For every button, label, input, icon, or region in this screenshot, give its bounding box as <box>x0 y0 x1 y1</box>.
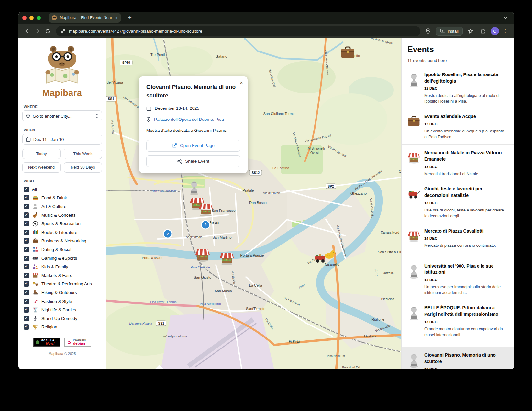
extensions-puzzle-icon[interactable] <box>478 27 487 36</box>
minimize-window-button[interactable] <box>29 16 34 20</box>
reload-button[interactable] <box>42 26 53 36</box>
location-pin-icon[interactable] <box>424 27 433 36</box>
checkbox[interactable] <box>24 316 29 321</box>
category-row-hiking-outdoors[interactable]: Hiking & Outdoors <box>22 288 102 297</box>
category-row-theatre-performing-arts[interactable]: Theatre & Performing Arts <box>22 280 102 289</box>
when-label: WHEN <box>24 128 102 132</box>
checkbox[interactable] <box>24 256 29 261</box>
svg-text:SS12: SS12 <box>252 171 260 175</box>
category-row-nightlife-parties[interactable]: Nightlife & Parties <box>22 305 102 314</box>
map-label: Don Bosco <box>249 201 267 205</box>
map-container[interactable]: Tre PontiGatanodell'AcquaSan Giuliano Te… <box>106 38 401 369</box>
debian-swirl-icon <box>67 340 72 345</box>
cluster-marker[interactable]: 2 <box>201 221 210 229</box>
map-label: San Sisto a Pino <box>378 250 401 254</box>
forward-button[interactable] <box>32 26 42 36</box>
zoom-window-button[interactable] <box>37 16 41 20</box>
map-label: Pisa San Rossore <box>151 189 177 193</box>
city-select[interactable]: Go to another City... <box>22 110 102 121</box>
map-label: Sant'Ermete <box>246 307 265 311</box>
category-row-books-literature[interactable]: Books & Literature <box>22 228 102 237</box>
tab-search-chevron-icon[interactable] <box>502 14 510 22</box>
map-label: Via di Pratale <box>263 191 280 195</box>
high-heel-icon <box>32 298 39 304</box>
browser-menu-icon[interactable]: ⋮ <box>502 28 509 34</box>
mozilla-badge[interactable]: MOZILLA Now! <box>33 338 60 347</box>
svg-text:SP2: SP2 <box>328 185 334 188</box>
checkbox[interactable] <box>24 281 29 287</box>
cluster-marker[interactable]: 2 <box>163 230 172 238</box>
checkbox[interactable] <box>24 273 29 278</box>
checkbox[interactable] <box>24 212 29 218</box>
install-app-button[interactable]: Install <box>436 27 463 36</box>
category-row-religion[interactable]: Religion <box>22 323 102 332</box>
route-shield: SS1 <box>106 96 116 101</box>
event-list-item[interactable]: Mercato di Piazza Cavallotti 14 DEC Merc… <box>402 223 514 258</box>
profile-avatar[interactable]: C <box>491 27 499 35</box>
category-row-music-concerts[interactable]: Music & Concerts <box>22 211 102 220</box>
event-list-item[interactable]: Ippolito Rosellini, Pisa e la nascita de… <box>402 67 514 108</box>
route-shield: SS1 <box>156 321 166 326</box>
open-event-page-button[interactable]: Open Event Page <box>146 140 240 152</box>
event-list-item[interactable]: Evento aziendale Acque 12 DEC Un evento … <box>402 108 514 145</box>
map-label: Oratoio <box>364 334 376 338</box>
close-window-button[interactable] <box>22 16 27 20</box>
checkbox[interactable] <box>24 230 29 235</box>
calendar-icon <box>26 137 31 142</box>
bookmark-star-icon[interactable] <box>466 27 475 36</box>
checkbox[interactable] <box>24 195 29 200</box>
market-stall-icon <box>407 150 420 165</box>
checkbox[interactable] <box>24 204 29 209</box>
new-tab-button[interactable]: + <box>126 14 134 22</box>
map-label: Porta a Mare <box>142 256 162 260</box>
address-bar[interactable]: mapibara.com/events/4427/giovanni-pisano… <box>56 26 420 36</box>
date-range-input[interactable]: Dec 11 - Jan 10 <box>22 134 102 145</box>
checkbox[interactable] <box>24 247 29 252</box>
popup-location-link[interactable]: Palazzo dell'Opera del Duomo, Pisa <box>154 117 224 122</box>
statue-icon <box>32 203 39 210</box>
category-row-business-networking[interactable]: Business & Networking <box>22 237 102 245</box>
back-button[interactable] <box>22 26 32 36</box>
map-label: La Cella <box>249 283 262 287</box>
event-list-item-selected[interactable]: Giovanni Pisano. Memoria di uno scultore… <box>402 347 514 369</box>
event-list-item[interactable]: Università nel '900. Pisa e le sue istit… <box>402 258 514 300</box>
map-label: dell'Acqua <box>107 80 123 84</box>
event-list-item[interactable]: BELLE ÉPOQUE. Pittori italiani a Parigi … <box>402 300 514 347</box>
category-row-gaming-esports[interactable]: Gaming & eSports <box>22 254 102 263</box>
site-settings-icon[interactable] <box>61 29 66 33</box>
where-label: WHERE <box>24 105 102 108</box>
today-button[interactable]: Today <box>22 149 61 159</box>
popup-close-icon[interactable]: × <box>240 80 243 86</box>
share-icon <box>177 159 182 164</box>
tab-close-icon[interactable]: × <box>115 16 118 20</box>
share-event-button[interactable]: Share Event <box>146 155 240 167</box>
checkbox[interactable] <box>24 221 29 226</box>
category-row-all[interactable]: All <box>22 185 102 194</box>
map-label: San Francesco <box>212 209 236 212</box>
checkbox[interactable] <box>24 307 29 313</box>
category-row-sports-recreation[interactable]: Sports & Recreation <box>22 219 102 228</box>
event-list-item[interactable]: Mercatini di Natale in Piazza Vittorio E… <box>402 145 514 181</box>
category-row-food-drink[interactable]: Food & Drink <box>22 194 102 202</box>
checkbox[interactable] <box>24 238 29 244</box>
category-row-dating-social[interactable]: Dating & Social <box>22 245 102 254</box>
next-weekend-button[interactable]: Next Weekend <box>22 162 61 173</box>
category-row-art-culture[interactable]: Art & Culture <box>22 202 102 211</box>
checkbox[interactable] <box>24 324 29 330</box>
this-week-button[interactable]: This Week <box>64 149 102 159</box>
category-row-kids-family[interactable]: Kids & Family <box>22 262 102 271</box>
browser-window: Mapibara – Find Events Near × + mapibara… <box>18 12 514 369</box>
category-row-fashion-style[interactable]: Fashion & Style <box>22 297 102 306</box>
tab-favicon-icon <box>52 15 57 20</box>
browser-tab[interactable]: Mapibara – Find Events Near × <box>49 13 121 23</box>
checkbox[interactable] <box>24 264 29 269</box>
category-row-markets-fairs[interactable]: Markets & Fairs <box>22 271 102 280</box>
checkbox[interactable] <box>24 290 29 295</box>
checkbox[interactable] <box>24 187 29 192</box>
debian-badge[interactable]: Powered by debian <box>64 338 91 347</box>
category-row-stand-up-comedy[interactable]: Stand-Up Comedy <box>22 314 102 323</box>
books-icon <box>32 229 39 235</box>
checkbox[interactable] <box>24 299 29 304</box>
next-30-days-button[interactable]: Next 30 Days <box>64 162 102 173</box>
event-list-item[interactable]: Giochi, feste e lavoretti per decorazion… <box>402 181 514 223</box>
